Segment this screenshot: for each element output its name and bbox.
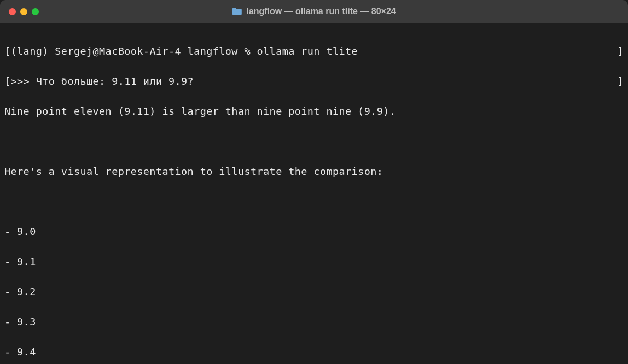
response-line: Here's a visual representation to illust… <box>4 164 624 179</box>
titlebar[interactable]: langflow — ollama run tlite — 80×24 <box>0 0 628 23</box>
shell-prompt: (lang) Sergej@MacBook-Air-4 langflow % <box>11 45 257 57</box>
prompt-marker: >>> <box>11 75 36 87</box>
right-bracket: ] <box>617 74 624 89</box>
window-controls <box>9 8 39 15</box>
terminal-window: langflow — ollama run tlite — 80×24 [(la… <box>0 0 628 364</box>
list-item: - 9.2 <box>4 284 624 300</box>
right-bracket: ] <box>617 44 624 59</box>
window-title: langflow — ollama run tlite — 80×24 <box>246 5 396 18</box>
user-input-line: [>>> Что больше: 9.11 или 9.9?] <box>4 74 624 89</box>
response-line: Nine point eleven (9.11) is larger than … <box>4 104 624 119</box>
close-button[interactable] <box>9 8 16 15</box>
left-bracket: [ <box>4 45 11 57</box>
folder-icon <box>232 8 242 15</box>
window-title-group: langflow — ollama run tlite — 80×24 <box>232 5 396 18</box>
list-item: - 9.0 <box>4 224 624 239</box>
zoom-button[interactable] <box>32 8 39 15</box>
shell-command: ollama run tlite <box>257 45 358 57</box>
left-bracket: [ <box>4 75 11 87</box>
blank-line <box>4 194 624 209</box>
shell-line: [(lang) Sergej@MacBook-Air-4 langflow % … <box>4 44 624 59</box>
list-item: - 9.4 <box>4 344 624 360</box>
list-item: - 9.3 <box>4 314 624 330</box>
terminal-output[interactable]: [(lang) Sergej@MacBook-Air-4 langflow % … <box>0 23 628 364</box>
minimize-button[interactable] <box>20 8 27 15</box>
blank-line <box>4 134 624 149</box>
user-question: Что больше: 9.11 или 9.9? <box>36 75 194 87</box>
list-item: - 9.1 <box>4 254 624 269</box>
